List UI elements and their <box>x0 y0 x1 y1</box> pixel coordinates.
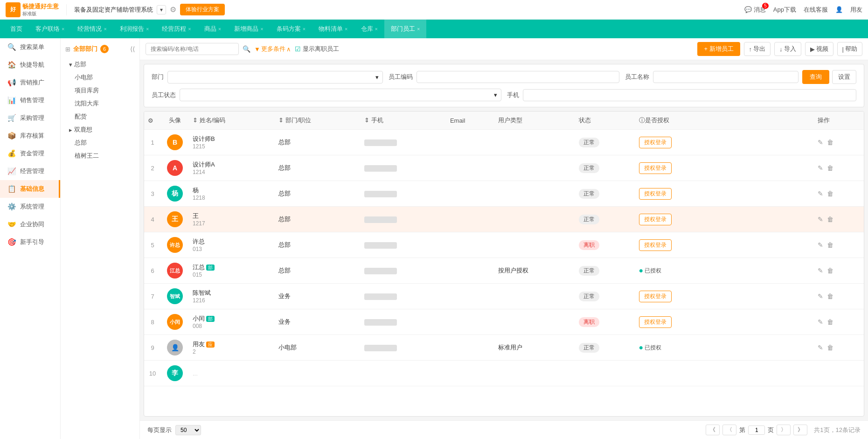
show-resigned-checkbox[interactable]: ☑ 显示离职员工 <box>295 45 339 53</box>
tab-bom[interactable]: 物料清单 × <box>312 20 354 38</box>
delete-icon[interactable]: 🗑 <box>827 293 833 300</box>
next-page-btn[interactable]: 〉 <box>777 425 791 435</box>
tab-customer[interactable]: 客户联络 × <box>29 20 71 38</box>
page-size-select[interactable]: 50 20 100 <box>175 425 201 435</box>
page-input[interactable] <box>748 425 765 435</box>
trial-button[interactable]: 体验行业方案 <box>180 4 225 15</box>
col-dept[interactable]: ⇕ 部门/职位 <box>275 111 361 130</box>
phone-input[interactable] <box>523 89 857 101</box>
edit-icon[interactable]: ✎ <box>818 190 823 197</box>
edit-icon[interactable]: ✎ <box>818 164 823 172</box>
employee-name-input[interactable] <box>653 71 799 83</box>
delete-icon[interactable]: 🗑 <box>827 216 833 223</box>
sidebar-item-purchase[interactable]: 🛒 采购管理 <box>0 109 60 127</box>
tab-warehouse[interactable]: 仓库 × <box>354 20 384 38</box>
employee-code: 2 <box>193 348 271 355</box>
auth-login-btn[interactable]: 授权登录 <box>639 188 672 200</box>
edit-icon[interactable]: ✎ <box>818 216 823 223</box>
auth-login-btn[interactable]: 授权登录 <box>639 316 672 328</box>
edit-icon[interactable]: ✎ <box>818 344 823 351</box>
sidebar-item-enterprise[interactable]: 🤝 企业协同 <box>0 216 60 233</box>
dept-node-shenyang[interactable]: 沈阳大库 <box>61 97 139 110</box>
message-button[interactable]: 💬 5 消息 <box>744 6 766 14</box>
dept-node-zongbu-parent[interactable]: ▾ 总部 <box>61 58 139 71</box>
dept-node-zongbu2[interactable]: 总部 <box>61 136 139 149</box>
online-service-link[interactable]: 在线客服 <box>804 6 828 14</box>
settings-icon[interactable]: ⚙ <box>170 5 176 14</box>
delete-icon[interactable]: 🗑 <box>827 164 833 172</box>
col-phone[interactable]: ⇕ 手机 <box>361 111 446 130</box>
sidebar-item-system[interactable]: ⚙️ 系统管理 <box>0 198 60 216</box>
more-filter-btn[interactable]: ▼ 更多条件 ∧ <box>254 45 291 53</box>
dept-all-label[interactable]: 全部部门 <box>73 45 97 53</box>
first-page-btn[interactable]: 《 <box>706 425 720 435</box>
dept-node-xiangmu[interactable]: 项目库房 <box>61 84 139 97</box>
auth-login-btn[interactable]: 授权登录 <box>639 137 672 148</box>
sidebar-item-inventory[interactable]: 📦 库存核算 <box>0 127 60 145</box>
employee-status-select[interactable]: ▾ <box>180 89 501 101</box>
delete-icon[interactable]: 🗑 <box>827 267 833 274</box>
status-badge: 离职 <box>579 240 599 250</box>
delete-icon[interactable]: 🗑 <box>827 344 833 351</box>
email-cell <box>446 309 495 335</box>
system-title-dropdown[interactable]: ▾ <box>157 5 166 14</box>
app-download-link[interactable]: App下载 <box>773 6 796 14</box>
edit-icon[interactable]: ✎ <box>818 139 823 146</box>
edit-icon[interactable]: ✎ <box>818 241 823 249</box>
edit-icon[interactable]: ✎ <box>818 318 823 326</box>
tab-history[interactable]: 经营历程 × <box>155 20 197 38</box>
sidebar-item-search[interactable]: 🔍 搜索菜单 <box>0 38 60 56</box>
export-button[interactable]: ↑ 导出 <box>744 42 771 56</box>
sidebar-item-operation[interactable]: 📈 经营管理 <box>0 162 60 180</box>
prev-page-btn[interactable]: 〈 <box>722 425 736 435</box>
phone-cell <box>361 155 446 181</box>
sidebar-item-guide[interactable]: 🎯 新手引导 <box>0 233 60 251</box>
sidebar-item-basic[interactable]: 📋 基础信息 <box>0 180 60 198</box>
help-button[interactable]: | 帮助 <box>837 42 862 56</box>
dept-node-shuangluxiang[interactable]: ▸ 双鹿想 <box>61 123 139 136</box>
edit-icon[interactable]: ✎ <box>818 267 823 274</box>
table-row: 8 小闰 小闰部 008 业务 离职 授权登录 ✎ 🗑 <box>144 309 864 335</box>
search-input[interactable] <box>146 43 239 55</box>
main-content: 🔍 ▼ 更多条件 ∧ ☑ 显示离职员工 + 新增员工 ↑ 导出 <box>140 38 868 439</box>
reset-button[interactable]: 设置 <box>832 70 856 84</box>
sidebar-item-marketing[interactable]: 📢 营销推广 <box>0 74 60 91</box>
delete-icon[interactable]: 🗑 <box>827 318 833 326</box>
dept-collapse-btn[interactable]: ⟨⟨ <box>130 45 135 53</box>
tab-goods[interactable]: 商品 × <box>198 20 228 38</box>
tab-home[interactable]: 首页 <box>4 20 29 38</box>
col-name[interactable]: ⇕ 姓名/编码 <box>189 111 275 130</box>
tab-profit[interactable]: 利润报告 × <box>113 20 155 38</box>
dept-node-zhishu[interactable]: 植树王二 <box>61 149 139 162</box>
delete-icon[interactable]: 🗑 <box>827 241 833 249</box>
search-button[interactable]: 查询 <box>802 70 829 84</box>
sidebar-item-finance[interactable]: 💰 资金管理 <box>0 145 60 162</box>
user-avatar[interactable]: 👤 <box>835 6 843 13</box>
name-code-cell: 杨 1218 <box>189 181 275 207</box>
employee-code: 1216 <box>193 297 271 304</box>
sidebar-item-quicknav[interactable]: 🏠 快捷导航 <box>0 56 60 74</box>
tab-new-goods[interactable]: 新增商品 × <box>228 20 270 38</box>
auth-login-btn[interactable]: 授权登录 <box>639 214 672 225</box>
auth-login-btn[interactable]: 授权登录 <box>639 239 672 251</box>
import-button[interactable]: ↓ 导入 <box>774 42 801 56</box>
tab-barcode[interactable]: 条码方案 × <box>270 20 312 38</box>
tab-employees[interactable]: 部门员工 × <box>384 20 426 38</box>
view-button[interactable]: ▶ 视频 <box>805 42 833 56</box>
dept-node-xiaodibu[interactable]: 小电部 <box>61 71 139 84</box>
tab-operation[interactable]: 经营情况 × <box>71 20 113 38</box>
last-page-btn[interactable]: 》 <box>793 425 807 435</box>
delete-icon[interactable]: 🗑 <box>827 139 833 146</box>
employee-code-input[interactable] <box>417 71 620 83</box>
system-title: 装备及固定资产辅助管理系统 <box>74 6 153 14</box>
delete-icon[interactable]: 🗑 <box>827 190 833 197</box>
auth-login-btn[interactable]: 授权登录 <box>639 162 672 174</box>
search-icon-btn[interactable]: 🔍 <box>243 45 250 53</box>
col-settings[interactable]: ⚙ <box>144 111 161 130</box>
auth-login-btn[interactable]: 授权登录 <box>639 291 672 302</box>
add-employee-button[interactable]: + 新增员工 <box>697 42 740 56</box>
dept-filter-select[interactable]: ▾ <box>167 71 383 84</box>
sidebar-item-sales[interactable]: 📊 销售管理 <box>0 91 60 109</box>
dept-node-peihuo[interactable]: 配货 <box>61 110 139 123</box>
edit-icon[interactable]: ✎ <box>818 293 823 300</box>
